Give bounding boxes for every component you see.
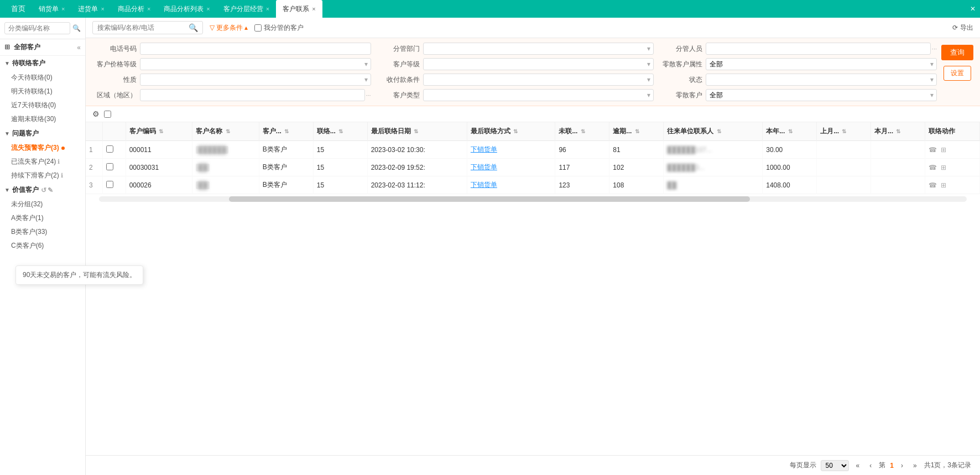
scrollbar-thumb[interactable]	[229, 196, 749, 202]
sort-icon-method[interactable]: ⇅	[513, 128, 518, 134]
edit-icon-value[interactable]: ✎	[48, 186, 53, 194]
select-all-checkbox[interactable]	[104, 111, 111, 118]
nav-tab-customer-layer[interactable]: 客户分层经营 ×	[217, 0, 276, 18]
cell-code: 000026	[126, 176, 192, 194]
filter-payment-select[interactable]	[423, 74, 654, 86]
sidebar-item-churn-warning[interactable]: 流失预警客户(3)	[0, 141, 85, 155]
nav-tab-customer-contact-label: 客户联系	[283, 4, 309, 14]
action-more-icon[interactable]: ⊞	[941, 181, 946, 189]
filter-customer-type-select[interactable]	[423, 89, 654, 101]
filter-icon: ▽	[210, 24, 215, 32]
sort-icon-date[interactable]: ⇅	[414, 128, 418, 134]
query-button[interactable]: 查询	[941, 45, 973, 60]
table-gear-icon[interactable]: ⚙	[92, 109, 100, 118]
sidebar-item-ungroup[interactable]: 未分组(32)	[0, 197, 85, 211]
nav-tab-analysis[interactable]: 商品分析 ×	[111, 0, 157, 18]
close-all-icon: ✕	[970, 5, 976, 13]
nav-tab-customer-contact[interactable]: 客户联系 ×	[276, 0, 322, 18]
sort-icon-this-month[interactable]: ⇅	[896, 128, 900, 134]
nav-tab-customer-contact-close[interactable]: ×	[312, 6, 315, 12]
filter-customer-level-select[interactable]	[423, 58, 654, 70]
filter-customer-type-wrapper	[423, 89, 654, 101]
nav-tab-purchase[interactable]: 进货单 ×	[71, 0, 111, 18]
row-checkbox[interactable]	[106, 145, 113, 153]
sidebar-item-declining[interactable]: 持续下滑客户(2) ℹ	[0, 169, 85, 182]
sort-icon-name[interactable]: ⇅	[226, 128, 230, 134]
sort-icon-contact[interactable]: ⇅	[338, 128, 343, 134]
nav-tab-customer-layer-close[interactable]: ×	[266, 6, 269, 12]
nav-tab-analysis-list[interactable]: 商品分析列表 ×	[157, 0, 216, 18]
sidebar-group-pending[interactable]: ▼ 待联络客户	[0, 56, 85, 71]
sort-icon-overdue[interactable]: ⇅	[635, 128, 639, 134]
action-contact-icon[interactable]: ☎	[929, 146, 937, 154]
contact-method-link[interactable]: 下销货单	[471, 145, 497, 153]
sidebar-item-7days[interactable]: 近7天待联络(0)	[0, 98, 85, 112]
sort-icon-not-contacted[interactable]: ⇅	[581, 128, 585, 134]
sort-icon-type[interactable]: ⇅	[284, 128, 289, 134]
sidebar-group-value[interactable]: ▼ 价值客户 ↺ ✎	[0, 182, 85, 197]
cell-code: 00030031	[126, 159, 192, 176]
nav-tab-customer-layer-label: 客户分层经营	[223, 4, 263, 14]
sidebar-group-problem[interactable]: ▼ 问题客户	[0, 126, 85, 141]
nav-tab-sales-close[interactable]: ×	[61, 6, 65, 12]
nav-tab-analysis-list-close[interactable]: ×	[206, 6, 210, 12]
filter-retail-customer-select[interactable]: 全部	[706, 89, 937, 101]
filter-region-input[interactable]	[140, 89, 365, 101]
sort-icon-year[interactable]: ⇅	[788, 128, 793, 134]
nav-home[interactable]: 首页	[4, 4, 32, 14]
sidebar-all-customers[interactable]: ⊞ 全部客户 «	[0, 39, 85, 56]
filter-retail-attr-select[interactable]: 全部	[706, 58, 937, 70]
settings-button[interactable]: 设置	[943, 66, 971, 81]
first-page-btn[interactable]: «	[853, 461, 863, 471]
sidebar-search-icon[interactable]: 🔍	[72, 24, 81, 32]
sidebar-search-input[interactable]	[4, 22, 70, 34]
last-page-btn[interactable]: »	[910, 461, 920, 471]
filter-more-btn[interactable]: ▽ 更多条件 ▴	[210, 23, 248, 33]
sidebar-item-overdue[interactable]: 逾期未联络(30)	[0, 112, 85, 126]
filter-price-level-wrapper	[140, 58, 371, 70]
filter-region-more-icon[interactable]: ···	[366, 92, 371, 98]
filter-person-more-icon[interactable]: ···	[932, 45, 937, 52]
refresh-icon-value[interactable]: ↺	[41, 186, 46, 194]
sidebar-item-churned[interactable]: 已流失客户(24) ℹ	[0, 155, 85, 169]
filter-price-level-select[interactable]	[140, 58, 371, 70]
contact-method-link[interactable]: 下销货单	[471, 163, 497, 171]
export-btn[interactable]: ⟳ 导出	[952, 23, 973, 33]
sort-icon-unit[interactable]: ⇅	[717, 128, 721, 134]
row-checkbox[interactable]	[106, 163, 113, 170]
sidebar-item-class-a[interactable]: A类客户(1)	[0, 211, 85, 225]
nav-tab-analysis-close[interactable]: ×	[147, 6, 150, 12]
filter-dept-label: 分管部门	[376, 44, 420, 54]
filter-dept-select[interactable]	[423, 43, 654, 55]
prev-page-btn[interactable]: ‹	[867, 461, 874, 471]
sort-icon-code[interactable]: ⇅	[159, 128, 163, 134]
search-input[interactable]	[97, 24, 189, 32]
sort-icon-last-month[interactable]: ⇅	[842, 128, 846, 134]
sidebar-item-class-c[interactable]: C类客户(6)	[0, 239, 85, 253]
horizontal-scrollbar[interactable]	[99, 196, 967, 202]
cell-not-contacted: 117	[555, 159, 609, 176]
filter-phone-input[interactable]	[140, 43, 371, 55]
nav-tab-sales[interactable]: 销货单 ×	[32, 0, 71, 18]
action-contact-icon[interactable]: ☎	[929, 164, 937, 171]
search-icon-btn[interactable]: 🔍	[189, 23, 198, 32]
filter-actions: 查询 设置	[941, 43, 973, 81]
collapse-icon[interactable]: «	[77, 44, 81, 51]
next-page-btn[interactable]: ›	[898, 461, 906, 471]
sidebar-item-class-b[interactable]: B类客户(33)	[0, 225, 85, 239]
filter-nature-select[interactable]	[140, 74, 371, 86]
per-page-select[interactable]: 50 100 200	[821, 460, 849, 471]
action-contact-icon[interactable]: ☎	[929, 181, 937, 189]
nav-tab-purchase-close[interactable]: ×	[101, 6, 104, 12]
sidebar-item-tomorrow[interactable]: 明天待联络(1)	[0, 85, 85, 98]
filter-status-select[interactable]	[706, 74, 937, 86]
close-all-btn[interactable]: ✕	[970, 5, 976, 13]
my-customers-checkbox[interactable]	[254, 24, 262, 32]
sidebar-group-pending-label: 待联络客户	[12, 59, 45, 68]
sidebar-item-today[interactable]: 今天待联络(0)	[0, 71, 85, 85]
action-more-icon[interactable]: ⊞	[941, 146, 946, 154]
contact-method-link[interactable]: 下销货单	[471, 181, 497, 189]
row-checkbox[interactable]	[106, 181, 113, 188]
filter-person-input[interactable]	[706, 43, 931, 55]
action-more-icon[interactable]: ⊞	[941, 164, 946, 171]
